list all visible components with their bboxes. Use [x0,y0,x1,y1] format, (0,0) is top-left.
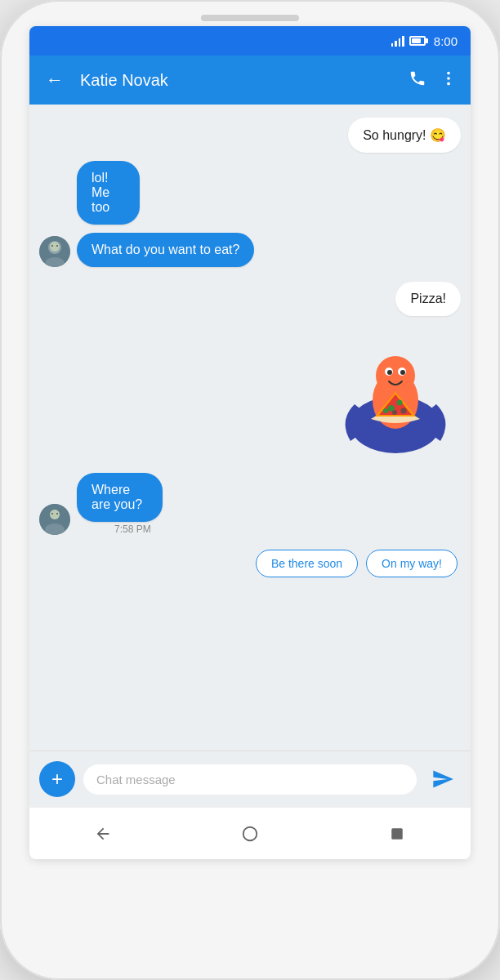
svg-point-26 [243,826,257,840]
app-bar: ← Katie Novak [29,56,471,105]
chat-input-field[interactable]: Chat message [83,764,417,795]
phone-speaker [201,15,299,21]
phone-call-icon[interactable] [408,69,426,91]
add-attachment-button[interactable]: + [39,761,75,797]
input-bar: + Chat message [29,751,471,807]
signal-icon [391,35,404,47]
phone-frame: 8:00 ← Katie Novak [0,0,500,980]
chat-placeholder: Chat message [96,773,176,786]
svg-point-20 [392,410,397,415]
home-nav-button[interactable] [235,819,265,849]
contact-name: Katie Novak [80,71,395,90]
pizza-sticker [330,331,461,461]
status-time: 8:00 [434,34,458,48]
svg-point-24 [51,513,53,514]
message-out-1: So hungry! 😋 [39,118,461,153]
contact-avatar-2 [39,504,70,535]
svg-point-18 [383,408,388,413]
svg-point-25 [56,513,58,514]
bubble-in-1: lol! Me too [77,161,140,225]
svg-point-6 [50,242,60,252]
svg-point-14 [387,370,392,375]
app-bar-actions [408,69,458,91]
contact-avatar-1 [39,236,70,267]
svg-point-2 [447,82,450,85]
message-in-3: Where are you? 7:58 PM [39,473,461,535]
message-out-2: Pizza! [39,282,461,316]
svg-point-19 [401,408,407,414]
bubble-out-1: So hungry! 😋 [348,118,461,153]
svg-point-11 [376,356,415,395]
plus-icon: + [51,769,63,789]
status-bar: 8:00 [29,26,471,56]
message-in-2: What do you want to eat? [39,233,461,267]
phone-screen: 8:00 ← Katie Novak [29,26,471,859]
recent-apps-button[interactable] [382,819,412,849]
send-button[interactable] [425,761,461,797]
message-in-group: lol! Me too [39,161,461,225]
smart-reply-on-my-way[interactable]: On my way! [366,550,458,577]
battery-icon [409,36,426,46]
battery-fill [412,38,421,43]
bubble-in-3: Where are you? [77,473,163,522]
svg-point-8 [56,245,58,247]
status-icons: 8:00 [391,34,458,48]
svg-point-1 [447,77,450,80]
svg-point-7 [51,245,53,247]
svg-point-0 [447,71,450,74]
smart-replies: Be there soon On my way! [39,543,461,584]
svg-point-22 [50,510,60,519]
back-button[interactable]: ← [42,66,67,94]
navigation-bar [29,807,471,859]
svg-rect-27 [391,828,403,840]
messages-area: So hungry! 😋 lol! Me too [29,105,471,751]
svg-point-17 [397,400,403,406]
more-options-icon[interactable] [440,69,458,91]
message-timestamp: 7:58 PM [114,523,199,535]
bubble-in-2: What do you want to eat? [77,233,254,267]
sticker-message [39,331,461,461]
bubble-out-2: Pizza! [395,282,461,316]
svg-point-15 [400,370,405,375]
smart-reply-be-there-soon[interactable]: Be there soon [256,550,358,577]
back-nav-button[interactable] [88,819,118,849]
